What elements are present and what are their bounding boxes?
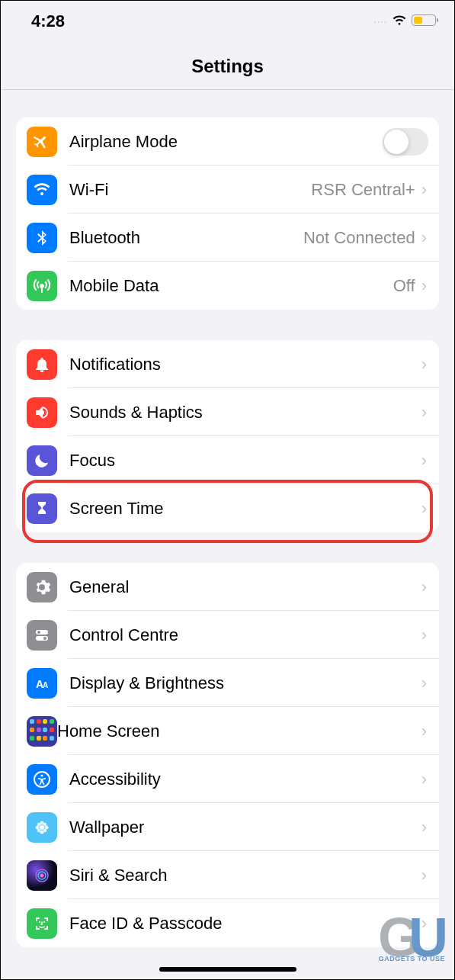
chevron-right-icon: ›	[420, 818, 428, 837]
settings-group-attention: Notifications › Sounds & Haptics › Focus…	[16, 340, 439, 532]
speaker-icon	[27, 397, 57, 428]
wifi-icon	[27, 175, 57, 205]
chevron-right-icon: ›	[420, 499, 428, 519]
header-separator	[1, 89, 454, 90]
row-control-centre[interactable]: Control Centre ›	[16, 611, 439, 659]
moon-icon	[27, 445, 57, 476]
battery-icon	[412, 14, 436, 26]
gear-icon	[27, 572, 57, 602]
row-wifi[interactable]: Wi-Fi RSR Central+ ›	[16, 165, 439, 214]
svg-point-15	[37, 828, 40, 831]
svg-point-1	[37, 631, 40, 634]
svg-point-19	[40, 873, 44, 877]
row-label: Display & Brightness	[69, 673, 420, 693]
bell-icon	[27, 349, 57, 380]
svg-point-11	[36, 825, 40, 829]
svg-point-12	[45, 825, 49, 829]
row-home-screen[interactable]: Home Screen ›	[16, 707, 439, 755]
chevron-right-icon: ›	[420, 355, 428, 374]
row-label: General	[69, 577, 420, 597]
chevron-right-icon: ›	[420, 276, 428, 296]
row-label: Bluetooth	[69, 228, 303, 248]
chevron-right-icon: ›	[420, 866, 428, 885]
chevron-right-icon: ›	[420, 673, 428, 693]
accessibility-icon	[27, 764, 57, 795]
row-label: Screen Time	[69, 499, 420, 519]
row-mobile-data[interactable]: Mobile Data Off ›	[16, 262, 439, 310]
svg-text:A: A	[43, 681, 48, 689]
page-title: Settings	[1, 39, 454, 89]
row-label: Home Screen	[57, 721, 420, 741]
chevron-right-icon: ›	[420, 451, 428, 471]
row-label: Wallpaper	[69, 818, 420, 837]
row-label: Control Centre	[69, 625, 420, 645]
row-label: Focus	[69, 451, 420, 471]
svg-point-8	[40, 825, 44, 830]
status-bar: 4:28 ....	[1, 1, 454, 39]
row-label: Wi-Fi	[69, 180, 311, 200]
airplane-icon	[27, 127, 57, 157]
svg-point-3	[43, 637, 46, 640]
svg-point-16	[43, 828, 46, 831]
face-icon	[27, 908, 57, 939]
row-label: Siri & Search	[69, 866, 420, 885]
row-label: Face ID & Passcode	[69, 914, 420, 933]
row-detail: Off	[393, 276, 415, 296]
antenna-icon	[27, 271, 57, 301]
row-accessibility[interactable]: Accessibility ›	[16, 755, 439, 803]
row-screen-time[interactable]: Screen Time ›	[16, 484, 439, 532]
row-wallpaper[interactable]: Wallpaper ›	[16, 803, 439, 851]
bluetooth-icon	[27, 223, 57, 253]
watermark-u: U	[409, 918, 448, 956]
switches-icon	[27, 620, 57, 651]
svg-point-13	[37, 822, 40, 825]
chevron-right-icon: ›	[420, 403, 428, 423]
svg-point-20	[39, 921, 40, 923]
status-time: 4:28	[19, 8, 65, 31]
row-display[interactable]: AA Display & Brightness ›	[16, 659, 439, 707]
airplane-toggle[interactable]	[383, 128, 428, 156]
row-focus[interactable]: Focus ›	[16, 436, 439, 484]
hourglass-icon	[27, 493, 57, 524]
row-siri[interactable]: Siri & Search ›	[16, 851, 439, 899]
siri-icon	[27, 860, 57, 891]
chevron-right-icon: ›	[420, 577, 428, 597]
row-detail: RSR Central+	[311, 180, 415, 200]
row-detail: Not Connected	[303, 228, 415, 248]
svg-point-10	[40, 830, 44, 834]
row-label: Notifications	[69, 355, 420, 374]
svg-point-7	[41, 774, 43, 776]
flower-icon	[27, 812, 57, 843]
signal-dots-icon: ....	[374, 14, 387, 25]
svg-point-9	[40, 821, 44, 824]
svg-point-14	[43, 822, 46, 825]
home-indicator[interactable]	[159, 967, 296, 972]
chevron-right-icon: ›	[420, 180, 428, 200]
chevron-right-icon: ›	[420, 625, 428, 645]
row-label: Mobile Data	[69, 276, 393, 296]
row-airplane-mode[interactable]: Airplane Mode	[16, 117, 439, 165]
settings-group-general: General › Control Centre › AA Display & …	[16, 563, 439, 947]
wifi-status-icon	[392, 14, 407, 26]
watermark: GU GADGETS TO USE	[378, 918, 448, 962]
row-general[interactable]: General ›	[16, 563, 439, 611]
chevron-right-icon: ›	[420, 770, 428, 789]
settings-group-connectivity: Airplane Mode Wi-Fi RSR Central+ › Bluet…	[16, 117, 439, 310]
text-size-icon: AA	[27, 668, 57, 699]
row-label: Airplane Mode	[69, 132, 383, 152]
watermark-text: GADGETS TO USE	[378, 955, 448, 962]
row-sounds[interactable]: Sounds & Haptics ›	[16, 388, 439, 436]
home-grid-icon	[27, 716, 57, 747]
chevron-right-icon: ›	[420, 721, 428, 741]
row-bluetooth[interactable]: Bluetooth Not Connected ›	[16, 214, 439, 262]
row-notifications[interactable]: Notifications ›	[16, 340, 439, 388]
status-icons: ....	[374, 14, 436, 26]
row-label: Sounds & Haptics	[69, 403, 420, 423]
row-label: Accessibility	[69, 770, 420, 789]
svg-point-21	[43, 921, 45, 923]
chevron-right-icon: ›	[420, 228, 428, 248]
row-faceid[interactable]: Face ID & Passcode ›	[16, 899, 439, 947]
